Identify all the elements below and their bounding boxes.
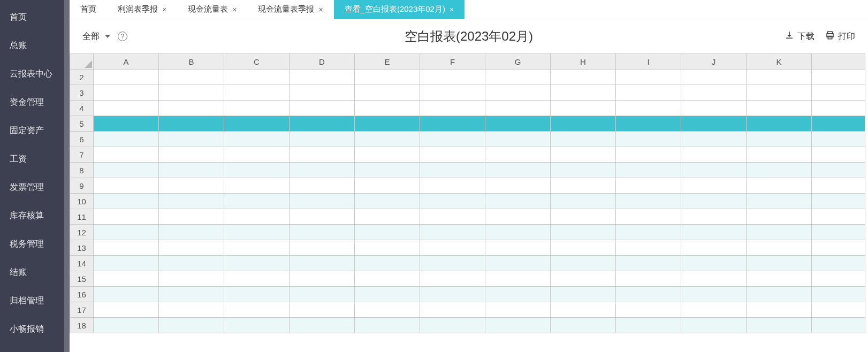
cell[interactable] [616, 256, 681, 271]
column-header[interactable]: F [420, 54, 485, 70]
cell[interactable] [420, 85, 485, 101]
cell[interactable] [812, 147, 865, 163]
cell[interactable] [681, 147, 747, 163]
cell[interactable] [159, 101, 224, 116]
tab-cashflow-quarterly[interactable]: 现金流量表季报 × [247, 0, 333, 19]
row-header[interactable]: 12 [70, 225, 94, 240]
tab-profit-quarterly[interactable]: 利润表季报 × [107, 0, 177, 19]
cell[interactable] [551, 101, 616, 116]
cell[interactable] [290, 302, 355, 318]
cell[interactable] [94, 101, 159, 116]
cell[interactable] [94, 132, 159, 147]
cell[interactable] [290, 318, 355, 333]
cell[interactable] [812, 194, 865, 209]
cell[interactable] [94, 209, 159, 225]
cell[interactable] [159, 116, 224, 132]
cell[interactable] [159, 70, 224, 85]
row-header[interactable]: 11 [70, 209, 94, 225]
cell[interactable] [681, 209, 747, 225]
cell[interactable] [485, 225, 551, 240]
cell[interactable] [812, 240, 865, 256]
cell[interactable] [551, 163, 616, 178]
column-header[interactable]: I [616, 54, 681, 70]
filter-dropdown[interactable]: 全部 [82, 31, 110, 42]
row-header[interactable]: 15 [70, 271, 94, 287]
cell[interactable] [485, 194, 551, 209]
cell[interactable] [159, 178, 224, 194]
cell[interactable] [355, 209, 420, 225]
cell[interactable] [420, 318, 485, 333]
cell[interactable] [747, 116, 812, 132]
cell[interactable] [224, 240, 290, 256]
cell[interactable] [485, 163, 551, 178]
cell[interactable] [812, 132, 865, 147]
cell[interactable] [681, 85, 747, 101]
cell[interactable] [551, 116, 616, 132]
cell[interactable] [616, 318, 681, 333]
sidebar-item-salary[interactable]: 工资 [0, 145, 70, 173]
cell[interactable] [94, 163, 159, 178]
column-header[interactable]: G [485, 54, 551, 70]
column-header[interactable]: H [551, 54, 616, 70]
cell[interactable] [485, 178, 551, 194]
cell[interactable] [812, 178, 865, 194]
cell[interactable] [159, 163, 224, 178]
cell[interactable] [551, 240, 616, 256]
column-header[interactable]: J [681, 54, 747, 70]
cell[interactable] [420, 116, 485, 132]
cell[interactable] [551, 178, 616, 194]
row-header[interactable]: 5 [70, 116, 94, 132]
cell[interactable] [224, 163, 290, 178]
cell[interactable] [616, 240, 681, 256]
cell[interactable] [159, 271, 224, 287]
column-header[interactable]: E [355, 54, 420, 70]
cell[interactable] [747, 132, 812, 147]
cell[interactable] [681, 318, 747, 333]
cell[interactable] [616, 271, 681, 287]
close-icon[interactable]: × [162, 5, 166, 14]
cell[interactable] [224, 271, 290, 287]
row-header[interactable]: 8 [70, 163, 94, 178]
cell[interactable] [616, 101, 681, 116]
help-icon[interactable]: ? [118, 32, 127, 41]
cell[interactable] [616, 85, 681, 101]
cell[interactable] [747, 163, 812, 178]
cell[interactable] [420, 240, 485, 256]
cell[interactable] [485, 70, 551, 85]
tab-cashflow[interactable]: 现金流量表 × [177, 0, 247, 19]
cell[interactable] [812, 271, 865, 287]
cell[interactable] [420, 287, 485, 302]
cell[interactable] [747, 101, 812, 116]
cell[interactable] [420, 101, 485, 116]
cell[interactable] [616, 178, 681, 194]
cell[interactable] [681, 225, 747, 240]
cell[interactable] [747, 287, 812, 302]
sidebar-item-closing[interactable]: 结账 [0, 258, 70, 287]
cell[interactable] [159, 318, 224, 333]
spreadsheet[interactable]: ABCDEFGHIJK23456789101112131415161718 [70, 53, 868, 352]
row-header[interactable]: 16 [70, 287, 94, 302]
cell[interactable] [616, 209, 681, 225]
cell[interactable] [224, 70, 290, 85]
sheet-corner[interactable] [70, 54, 94, 70]
cell[interactable] [551, 132, 616, 147]
close-icon[interactable]: × [450, 5, 454, 14]
cell[interactable] [290, 132, 355, 147]
cell[interactable] [355, 147, 420, 163]
cell[interactable] [485, 271, 551, 287]
cell[interactable] [224, 302, 290, 318]
cell[interactable] [812, 101, 865, 116]
cell[interactable] [485, 302, 551, 318]
column-header[interactable] [812, 54, 865, 70]
cell[interactable] [290, 85, 355, 101]
cell[interactable] [224, 256, 290, 271]
cell[interactable] [224, 194, 290, 209]
cell[interactable] [485, 85, 551, 101]
cell[interactable] [616, 287, 681, 302]
cell[interactable] [159, 287, 224, 302]
cell[interactable] [551, 271, 616, 287]
cell[interactable] [812, 85, 865, 101]
cell[interactable] [812, 163, 865, 178]
row-header[interactable]: 2 [70, 70, 94, 85]
cell[interactable] [681, 116, 747, 132]
